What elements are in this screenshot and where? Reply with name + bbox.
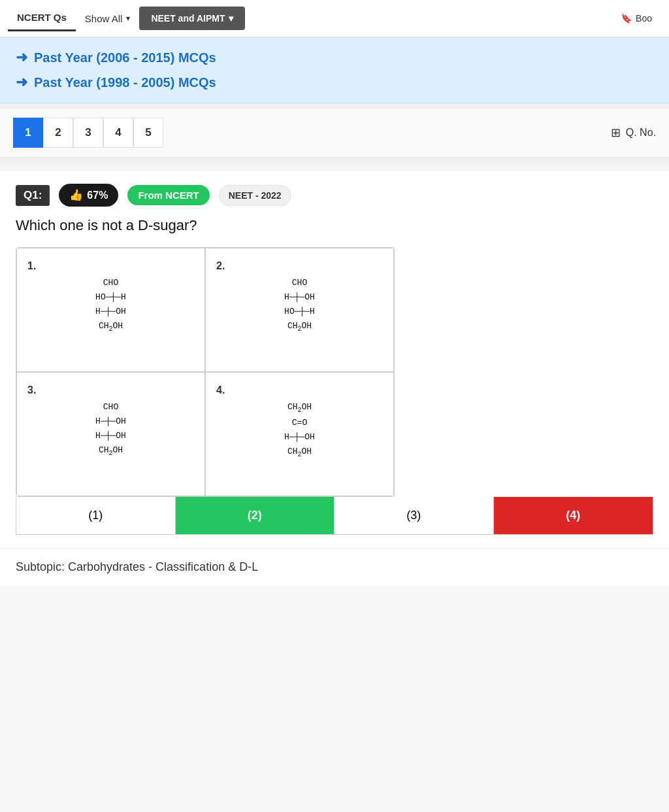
- question-container: Q1: 👍 67% From NCERT NEET - 2022 Which o…: [0, 171, 669, 548]
- option-1-structure: CHO HO─┼─H H─┼─OH CH2OH: [27, 276, 194, 335]
- rating-value: 67%: [87, 190, 108, 201]
- subtopic-bar: Subtopic: Carbohydrates - Classification…: [0, 548, 669, 586]
- qno-label: Q. No.: [626, 127, 656, 139]
- option-4-number: 4.: [216, 384, 383, 396]
- answer-option-1[interactable]: (1): [16, 497, 176, 534]
- qno-button[interactable]: ⊞ Q. No.: [611, 126, 656, 140]
- ncert-badge: From NCERT: [127, 185, 209, 205]
- option-3-number: 3.: [27, 384, 194, 396]
- answer-option-2[interactable]: (2): [176, 497, 335, 534]
- bookmark-icon: 🔖: [621, 13, 632, 24]
- grid-icon: ⊞: [611, 126, 621, 140]
- answer-option-3[interactable]: (3): [334, 497, 494, 534]
- neet-aipmt-chevron: ▾: [229, 13, 233, 24]
- option-2-number: 2.: [216, 260, 383, 272]
- top-nav-bar: NCERT Qs Show All ▾ NEET and AIPMT ▾ 🔖 B…: [0, 0, 669, 37]
- bookmark-label: Boo: [636, 13, 652, 24]
- answer-row: (1) (2) (3) (4): [16, 497, 653, 535]
- ncert-qs-nav[interactable]: NCERT Qs: [8, 5, 76, 31]
- arrow-right-icon-2: ➜: [16, 74, 27, 91]
- page-numbers: 1 2 3 4 5: [13, 118, 163, 148]
- question-header: Q1: 👍 67% From NCERT NEET - 2022: [16, 184, 653, 207]
- past-year-2006-link[interactable]: ➜ Past Year (2006 - 2015) MCQs: [16, 49, 653, 66]
- page-2-button[interactable]: 2: [43, 118, 73, 148]
- answer-option-4[interactable]: (4): [494, 497, 653, 534]
- subtopic-text: Subtopic: Carbohydrates - Classification…: [16, 560, 258, 573]
- past-year-banner: ➜ Past Year (2006 - 2015) MCQs ➜ Past Ye…: [0, 37, 669, 103]
- separator-2: [0, 158, 669, 163]
- options-grid: 1. CHO HO─┼─H H─┼─OH CH2OH 2. CHO H─┼─OH…: [16, 247, 395, 497]
- option-1-cell[interactable]: 1. CHO HO─┼─H H─┼─OH CH2OH: [16, 248, 205, 372]
- option-1-number: 1.: [27, 260, 194, 272]
- option-2-cell[interactable]: 2. CHO H─┼─OH HO─┼─H CH2OH: [205, 248, 394, 372]
- neet-aipmt-label: NEET and AIPMT: [151, 13, 225, 24]
- thumbs-up-icon: 👍: [69, 188, 83, 202]
- page-5-button[interactable]: 5: [133, 118, 163, 148]
- page-4-button[interactable]: 4: [103, 118, 133, 148]
- show-all-label: Show All: [85, 13, 123, 24]
- option-2-structure: CHO H─┼─OH HO─┼─H CH2OH: [216, 276, 383, 335]
- pagination-bar: 1 2 3 4 5 ⊞ Q. No.: [0, 109, 669, 158]
- option-4-cell[interactable]: 4. CH2OH C=O H─┼─OH CH2OH: [205, 372, 394, 496]
- page-3-button[interactable]: 3: [73, 118, 103, 148]
- neet-aipmt-dropdown[interactable]: NEET and AIPMT ▾: [139, 7, 245, 30]
- page-1-button[interactable]: 1: [13, 118, 43, 148]
- past-year-1998-link[interactable]: ➜ Past Year (1998 - 2005) MCQs: [16, 74, 653, 91]
- past-year-2006-label: Past Year (2006 - 2015) MCQs: [34, 50, 216, 65]
- show-all-dropdown[interactable]: Show All ▾: [76, 8, 140, 29]
- bookmark-button[interactable]: 🔖 Boo: [612, 8, 661, 29]
- past-year-1998-label: Past Year (1998 - 2005) MCQs: [34, 75, 216, 90]
- show-all-chevron: ▾: [126, 14, 130, 23]
- question-label: Q1:: [16, 185, 50, 206]
- rating-badge: 👍 67%: [59, 184, 118, 207]
- arrow-right-icon-1: ➜: [16, 49, 27, 66]
- neet-year-badge: NEET - 2022: [219, 185, 291, 206]
- option-3-cell[interactable]: 3. CHO H─┼─OH H─┼─OH CH2OH: [16, 372, 205, 496]
- question-text: Which one is not a D-sugar?: [16, 217, 653, 234]
- option-3-structure: CHO H─┼─OH H─┼─OH CH2OH: [27, 400, 194, 459]
- separator-1: [0, 103, 669, 109]
- option-4-structure: CH2OH C=O H─┼─OH CH2OH: [216, 400, 383, 460]
